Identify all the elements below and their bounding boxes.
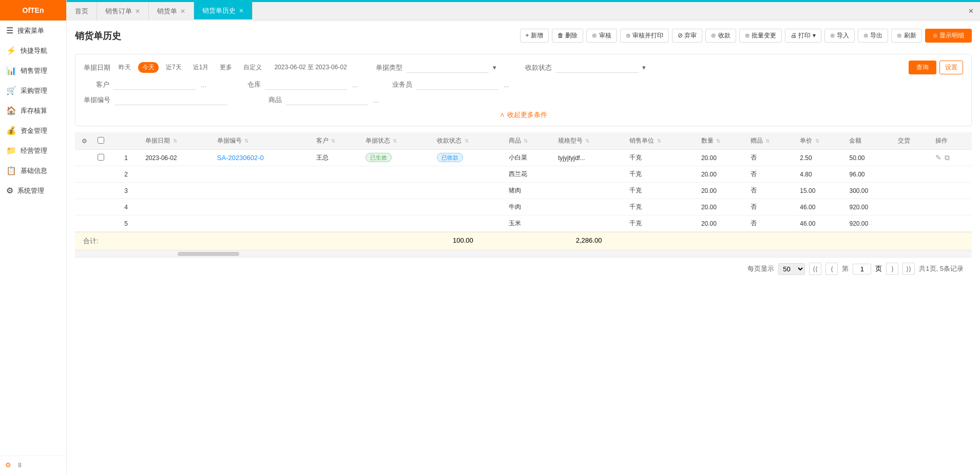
show-detail-button[interactable]: ⊙ 显示明细 (925, 29, 972, 43)
query-button[interactable]: 查询 (909, 61, 936, 74)
settings-button[interactable]: 设置 (939, 61, 963, 74)
sidebar-item-label: 基础信息 (21, 166, 47, 175)
date-tag-7days[interactable]: 近7天 (162, 62, 186, 73)
cell-customer (312, 166, 361, 183)
sidebar-item-label: 库存核算 (21, 106, 47, 115)
cell-doc-no[interactable] (213, 199, 312, 215)
sidebar-item-purchase-mgmt[interactable]: 🛒 采购管理 (0, 81, 66, 101)
tab-sales-history-close[interactable]: ✕ (239, 7, 244, 14)
cell-doc-no[interactable]: SA-20230602-0 (213, 150, 312, 166)
salesperson-input[interactable] (416, 80, 498, 90)
doc-type-input[interactable] (407, 63, 489, 73)
tab-sales-order[interactable]: 销售订单 ✕ (97, 2, 149, 21)
sidebar-icon-2[interactable]: ⏸ (16, 461, 23, 469)
audit-print-button[interactable]: ⊙ 审核并打印 (620, 29, 669, 43)
salesperson-label: 业务员 (387, 80, 412, 89)
doc-type-dropdown[interactable]: ▾ (493, 64, 496, 71)
cell-checkbox[interactable] (93, 183, 120, 199)
horizontal-scrollbar[interactable] (75, 250, 972, 257)
date-tag-custom[interactable]: 自定义 (239, 62, 266, 73)
scrollbar-thumb[interactable] (178, 252, 239, 256)
tab-sales-order-close[interactable]: ✕ (135, 8, 140, 15)
col-spec[interactable]: 规格型号 ⇅ (554, 132, 625, 150)
system-icon: ⚙ (6, 186, 13, 195)
warehouse-dots[interactable]: ... (352, 81, 358, 89)
col-gift[interactable]: 赠品 ⇅ (746, 132, 796, 150)
export-button[interactable]: ⊙ 导出 (858, 29, 888, 43)
close-all-tabs[interactable]: ✕ (962, 7, 980, 15)
cell-amount: 920.00 (845, 199, 894, 215)
col-gear[interactable]: ⚙ (75, 132, 93, 150)
sidebar-item-quick-nav[interactable]: ⚡ 快捷导航 (0, 41, 66, 61)
col-customer[interactable]: 客户 ⇅ (312, 132, 361, 150)
last-page-btn[interactable]: ⟩⟩ (902, 263, 915, 275)
next-page-btn[interactable]: ⟩ (886, 263, 898, 275)
edit-icon[interactable]: ✎ (935, 153, 941, 162)
cell-gear (75, 215, 93, 232)
salesperson-dots[interactable]: ... (504, 81, 509, 89)
date-tag-yesterday[interactable]: 昨天 (114, 62, 135, 73)
audit-button[interactable]: ⊙ 审核 (586, 29, 617, 43)
col-unit[interactable]: 销售单位 ⇅ (625, 132, 697, 150)
sidebar-item-basic-info[interactable]: 📋 基础信息 (0, 161, 66, 181)
col-checkbox[interactable] (93, 132, 120, 150)
sidebar-item-finance[interactable]: 💰 资金管理 (0, 121, 66, 141)
payment-status-input[interactable] (556, 63, 638, 73)
cell-doc-no[interactable] (213, 166, 312, 183)
cell-checkbox[interactable] (93, 215, 120, 232)
abandon-button[interactable]: ⊘ 弃审 (672, 29, 702, 43)
prev-page-btn[interactable]: ⟨ (825, 263, 838, 275)
doc-no-link[interactable]: SA-20230602-0 (217, 154, 264, 162)
select-all-checkbox[interactable] (98, 137, 104, 144)
page-input[interactable]: 1 (853, 264, 871, 274)
filter-doc-no: 单据编号 (84, 95, 227, 105)
cell-customer (312, 183, 361, 199)
sidebar-item-system[interactable]: ⚙ 系统管理 (0, 181, 66, 201)
row-checkbox[interactable] (98, 154, 104, 161)
goods-dots[interactable]: ... (373, 96, 379, 104)
customer-input[interactable] (113, 80, 196, 90)
filter-area: 单据日期 昨天 今天 近7天 近1月 更多 自定义 2023-06-02 至 2… (75, 54, 972, 126)
import-button[interactable]: ⊙ 导入 (824, 29, 855, 43)
copy-icon[interactable]: ⧉ (945, 153, 950, 162)
col-payment-status[interactable]: 收款状态 ⇅ (433, 132, 504, 150)
tab-sales-delivery-close[interactable]: ✕ (180, 8, 185, 15)
col-goods[interactable]: 商品 ⇅ (505, 132, 554, 150)
date-tag-1month[interactable]: 近1月 (189, 62, 213, 73)
tab-home[interactable]: 首页 (67, 2, 97, 21)
date-tag-more[interactable]: 更多 (216, 62, 236, 73)
refresh-button[interactable]: ⊙ 刷新 (891, 29, 921, 43)
cell-checkbox[interactable] (93, 150, 120, 166)
col-doc-date[interactable]: 单据日期 ⇅ (141, 132, 213, 150)
batch-change-button[interactable]: ⊙ 批量变更 (739, 29, 782, 43)
goods-input[interactable] (286, 95, 368, 105)
col-doc-no[interactable]: 单据编号 ⇅ (213, 132, 312, 150)
sidebar-item-operations[interactable]: 📁 经营管理 (0, 141, 66, 161)
doc-no-input[interactable] (114, 95, 227, 105)
sidebar-icon-1[interactable]: ⚙ (5, 461, 11, 469)
sidebar-item-inventory[interactable]: 🏠 库存核算 (0, 101, 66, 121)
cell-doc-no[interactable] (213, 183, 312, 199)
customer-dots[interactable]: ... (201, 81, 206, 89)
date-tag-today[interactable]: 今天 (138, 62, 159, 73)
print-button[interactable]: 🖨 打印 ▾ (785, 29, 821, 43)
cell-checkbox[interactable] (93, 166, 120, 183)
col-price[interactable]: 单价 ⇅ (796, 132, 845, 150)
col-doc-status[interactable]: 单据状态 ⇅ (361, 132, 433, 150)
cell-doc-status (361, 183, 433, 199)
collapse-filter-btn[interactable]: ∧ 收起更多条件 (84, 110, 963, 120)
sidebar-item-search-menu[interactable]: ☰ 搜索菜单 (0, 21, 66, 41)
delete-button[interactable]: 🗑 删除 (552, 29, 583, 43)
sidebar-item-sales-mgmt[interactable]: 📊 销售管理 (0, 61, 66, 81)
warehouse-input[interactable] (265, 80, 347, 90)
cell-checkbox[interactable] (93, 199, 120, 215)
collect-button[interactable]: ⊙ 收款 (705, 29, 736, 43)
first-page-btn[interactable]: ⟨⟨ (809, 263, 821, 275)
col-qty[interactable]: 数量 ⇅ (697, 132, 746, 150)
tab-sales-history[interactable]: 销货单历史 ✕ (194, 2, 253, 21)
per-page-select[interactable]: 50 100 200 (778, 263, 805, 275)
tab-sales-delivery[interactable]: 销货单 ✕ (149, 2, 194, 21)
payment-status-dropdown[interactable]: ▾ (642, 64, 646, 71)
cell-doc-no[interactable] (213, 215, 312, 232)
new-button[interactable]: + 新增 (520, 29, 549, 43)
